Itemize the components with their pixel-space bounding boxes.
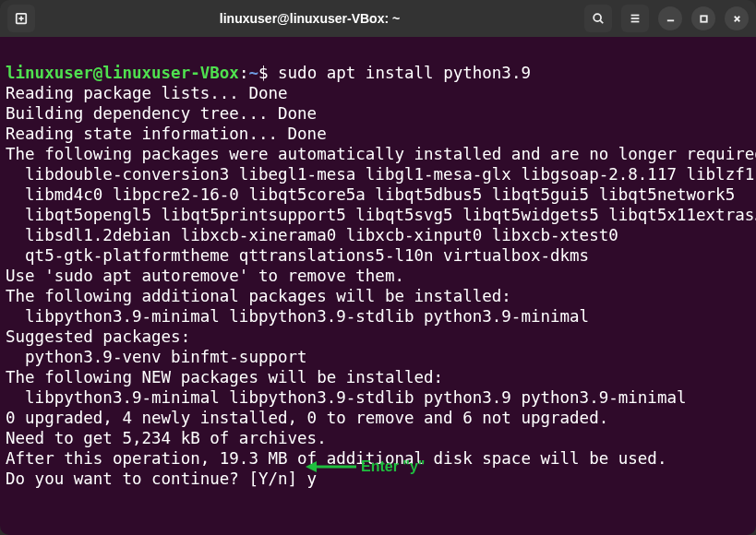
- svg-line-4: [600, 20, 603, 23]
- output-line: Building dependency tree... Done: [6, 104, 317, 123]
- new-tab-button[interactable]: [7, 5, 35, 32]
- output-line: qt5-gtk-platformtheme qttranslations5-l1…: [6, 246, 589, 265]
- output-line: The following additional packages will b…: [6, 287, 511, 305]
- output-line: libmd4c0 libpcre2-16-0 libqt5core5a libq…: [6, 185, 735, 204]
- svg-point-3: [594, 14, 601, 21]
- window-title: linuxuser@linuxuser-VBox: ~: [39, 11, 581, 26]
- svg-rect-9: [701, 16, 706, 21]
- output-line: libpython3.9-minimal libpython3.9-stdlib…: [6, 388, 687, 407]
- terminal-area[interactable]: linuxuser@linuxuser-VBox:~$ sudo apt ins…: [0, 37, 756, 535]
- prompt-path: ~: [248, 64, 258, 82]
- maximize-button[interactable]: [691, 6, 715, 30]
- command-text: sudo apt install python3.9: [278, 64, 531, 82]
- output-line: Reading state information... Done: [6, 125, 327, 143]
- close-button[interactable]: [725, 6, 749, 30]
- annotation-callout: Enter "y": [306, 457, 425, 477]
- prompt-line: linuxuser@linuxuser-VBox:~$ sudo apt ins…: [6, 64, 531, 82]
- titlebar: linuxuser@linuxuser-VBox: ~: [0, 0, 756, 37]
- output-line: Use 'sudo apt autoremove' to remove them…: [6, 267, 404, 285]
- output-line: 0 upgraded, 4 newly installed, 0 to remo…: [6, 409, 608, 427]
- output-line: libdouble-conversion3 libegl1-mesa libgl…: [6, 165, 754, 184]
- output-line: Need to get 5,234 kB of archives.: [6, 429, 327, 447]
- annotation-text: Enter "y": [361, 457, 425, 477]
- output-line: python3.9-venv binfmt-support: [6, 348, 307, 366]
- prompt-sep1: :: [239, 64, 249, 82]
- output-line: The following NEW packages will be insta…: [6, 368, 443, 386]
- titlebar-left: [7, 5, 35, 32]
- menu-button[interactable]: [621, 5, 649, 32]
- output-line: Do you want to continue? [Y/n] y: [6, 470, 317, 488]
- prompt-sep2: $: [258, 64, 278, 82]
- output-line: Reading package lists... Done: [6, 84, 288, 102]
- output-line: The following packages were automaticall…: [6, 145, 756, 163]
- output-line: Suggested packages:: [6, 327, 190, 346]
- minimize-button[interactable]: [658, 6, 682, 30]
- search-button[interactable]: [584, 5, 612, 32]
- arrow-left-icon: [306, 459, 357, 474]
- svg-marker-13: [306, 461, 317, 472]
- output-line: libsdl1.2debian libxcb-xinerama0 libxcb-…: [6, 226, 618, 244]
- prompt-user-host: linuxuser@linuxuser-VBox: [6, 64, 239, 82]
- output-line: libqt5opengl5 libqt5printsupport5 libqt5…: [6, 206, 756, 224]
- titlebar-right: [584, 5, 749, 32]
- output-line: libpython3.9-minimal libpython3.9-stdlib…: [6, 307, 589, 326]
